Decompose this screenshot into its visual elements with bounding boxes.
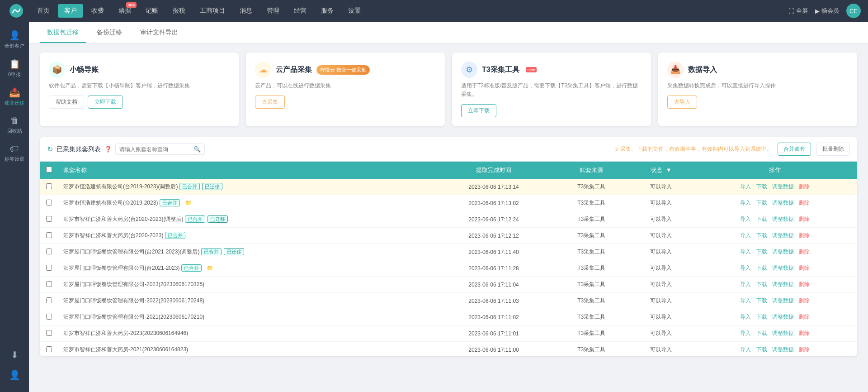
adjust-data-action[interactable]: 调整数据: [772, 249, 794, 255]
nav-operation[interactable]: 经营: [288, 4, 313, 18]
download-action[interactable]: 下载: [756, 216, 767, 222]
download-action[interactable]: 下载: [756, 281, 767, 287]
delete-action[interactable]: 删除: [799, 200, 810, 206]
download-action[interactable]: 下载: [756, 232, 767, 239]
user-avatar[interactable]: CE: [846, 4, 861, 18]
nav-settings[interactable]: 设置: [342, 4, 367, 18]
tab-backup-migration[interactable]: 备份迁移: [90, 23, 129, 43]
delete-action[interactable]: 删除: [799, 314, 810, 320]
search-icon[interactable]: 🔍: [193, 146, 201, 153]
adjust-data-action[interactable]: 调整数据: [772, 216, 794, 222]
delete-action[interactable]: 删除: [799, 216, 810, 222]
member-button[interactable]: ▶ 畅会员: [815, 7, 839, 15]
help-doc-button[interactable]: 帮助文档: [49, 96, 84, 109]
row-checkbox[interactable]: [46, 281, 52, 287]
adjust-data-action[interactable]: 调整数据: [772, 297, 794, 304]
nav-home[interactable]: 首页: [31, 4, 56, 18]
sidebar-item-recycle[interactable]: 🗑 回收站: [0, 111, 29, 139]
import-action[interactable]: 导入: [740, 200, 751, 206]
nav-fee[interactable]: 收费: [85, 4, 110, 18]
download-action[interactable]: 下载: [756, 265, 767, 271]
download-action[interactable]: 下载: [756, 346, 767, 353]
nav-invoice[interactable]: 票据 new: [112, 4, 137, 18]
import-action[interactable]: 导入: [740, 265, 751, 271]
go-import-button[interactable]: 去导入: [667, 96, 697, 109]
tab-data-migration[interactable]: 数据包迁移: [40, 23, 86, 43]
delete-action[interactable]: 删除: [799, 183, 810, 190]
row-checkbox[interactable]: [46, 330, 52, 336]
download-now-button[interactable]: 立即下载: [88, 96, 123, 109]
row-checkbox[interactable]: [46, 265, 52, 271]
download-action[interactable]: 下载: [756, 330, 767, 336]
nav-bookkeeping[interactable]: 记账: [139, 4, 165, 18]
adjust-data-action[interactable]: 调整数据: [772, 314, 794, 320]
select-all-checkbox[interactable]: [46, 167, 52, 172]
delete-action[interactable]: 删除: [799, 249, 810, 255]
fullscreen-button[interactable]: ⛶ 全屏: [788, 7, 808, 15]
row-checkbox[interactable]: [46, 346, 52, 352]
refresh-icon[interactable]: ↻: [47, 145, 53, 153]
nav-tax[interactable]: 报税: [166, 4, 192, 18]
sidebar-item-account-migrate[interactable]: 📤 账套迁移: [0, 82, 29, 111]
adjust-data-action[interactable]: 调整数据: [772, 183, 794, 190]
adjust-data-action[interactable]: 调整数据: [772, 265, 794, 271]
adjust-data-action[interactable]: 调整数据: [772, 346, 794, 353]
import-action[interactable]: 导入: [740, 183, 751, 190]
sidebar-item-user[interactable]: 👤: [0, 365, 29, 385]
adjust-data-action[interactable]: 调整数据: [772, 232, 794, 239]
import-action[interactable]: 导入: [740, 297, 751, 304]
adjust-data-action[interactable]: 调整数据: [772, 330, 794, 336]
delete-action[interactable]: 删除: [799, 346, 810, 353]
card-xiaochange-header: 📦 小畅导账: [49, 62, 230, 78]
delete-action[interactable]: 删除: [799, 281, 810, 287]
delete-action[interactable]: 删除: [799, 232, 810, 239]
folder-icon[interactable]: 📁: [207, 265, 213, 271]
download-action[interactable]: 下载: [756, 297, 767, 304]
row-checkbox[interactable]: [46, 200, 52, 206]
row-time: 2023-06-06 17:12:12: [434, 228, 553, 244]
t3-download-button[interactable]: 立即下载: [461, 104, 496, 117]
status-filter-icon[interactable]: ▼: [666, 167, 672, 173]
row-checkbox[interactable]: [46, 232, 52, 238]
nav-service[interactable]: 服务: [315, 4, 340, 18]
import-action[interactable]: 导入: [740, 232, 751, 239]
import-action[interactable]: 导入: [740, 281, 751, 287]
row-checkbox[interactable]: [46, 183, 52, 189]
card-t3-tool: ⚙ T3采集工具 new 适用于T3标准版/普及版产品，需要下载【T3采集工具】…: [452, 53, 651, 126]
download-action[interactable]: 下载: [756, 183, 767, 190]
merge-button[interactable]: 合并账套: [778, 143, 811, 156]
folder-icon[interactable]: 📁: [185, 200, 192, 206]
adjust-data-action[interactable]: 调整数据: [772, 281, 794, 287]
nav-industry[interactable]: 工商项目: [193, 4, 231, 18]
row-time: 2023-06-06 17:12:24: [434, 211, 553, 228]
sidebar-item-all-clients[interactable]: 👤 全部客户: [0, 25, 29, 54]
delete-action[interactable]: 删除: [799, 265, 810, 271]
sidebar-item-download[interactable]: ⬇: [0, 345, 29, 365]
sidebar-item-tag-settings[interactable]: 🏷 标签设置: [0, 139, 29, 167]
tab-audit-export[interactable]: 审计文件导出: [133, 23, 185, 43]
nav-message[interactable]: 消息: [233, 4, 259, 18]
nav-manage[interactable]: 管理: [260, 4, 286, 18]
cloud-collect-desc: 云产品，可以在线进行数据采集: [255, 81, 436, 90]
row-checkbox[interactable]: [46, 249, 52, 254]
row-time: 2023-06-06 17:11:04: [434, 277, 553, 293]
delete-action[interactable]: 删除: [799, 297, 810, 304]
import-action[interactable]: 导入: [740, 346, 751, 353]
delete-action[interactable]: 删除: [799, 330, 810, 336]
search-input[interactable]: [119, 146, 192, 153]
batch-delete-button[interactable]: 批量删除: [816, 143, 850, 156]
adjust-data-action[interactable]: 调整数据: [772, 200, 794, 206]
download-action[interactable]: 下载: [756, 314, 767, 320]
row-checkbox[interactable]: [46, 314, 52, 320]
import-action[interactable]: 导入: [740, 249, 751, 255]
download-action[interactable]: 下载: [756, 249, 767, 255]
go-collect-button[interactable]: 去采集: [255, 96, 285, 109]
download-action[interactable]: 下载: [756, 200, 767, 206]
row-checkbox[interactable]: [46, 297, 52, 303]
import-action[interactable]: 导入: [740, 314, 751, 320]
row-checkbox[interactable]: [46, 216, 52, 222]
import-action[interactable]: 导入: [740, 216, 751, 222]
import-action[interactable]: 导入: [740, 330, 751, 336]
nav-customer[interactable]: 客户: [58, 4, 83, 18]
sidebar-item-zero-report[interactable]: 📋 0申报: [0, 54, 29, 82]
